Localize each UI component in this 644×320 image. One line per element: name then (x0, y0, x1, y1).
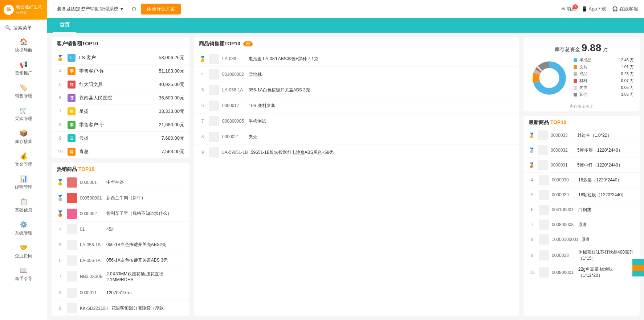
headset-icon: 🎧 (612, 6, 618, 12)
sidebar-item-operations[interactable]: 📊 经营管理 (0, 171, 47, 194)
list-item: 7 000800005 手机测试 (194, 114, 519, 129)
customer-name: LS 客户 (79, 54, 155, 61)
tab-home[interactable]: 首页 (53, 18, 76, 33)
inventory-amount: 9.88 (582, 42, 602, 53)
system-icon: ⚙️ (20, 221, 28, 229)
legend-value: 12.45 万 (619, 57, 634, 63)
legend-value: 0.25 万 (621, 71, 634, 77)
product-name: 12070519-xs (106, 290, 184, 295)
legend-color (574, 65, 577, 69)
rank-number: 7 (57, 274, 64, 279)
customer-ranking-card: 客户销售额TOP10 🏅 L LS 客户 53,006.26元 4 零 零售客户… (52, 37, 189, 158)
newest-products-title: 最新商品 (529, 119, 549, 125)
table-row: 10 肖 肖总 7,563.00元 (52, 145, 189, 158)
inventory-card: 库存总资金 9.88 万 (523, 37, 640, 111)
product-name: 056-1A白色按键开关盖ABS 3壳 (249, 87, 514, 93)
avatar: 零 (68, 67, 76, 75)
product-name: 18颗粒板（1220*2440） (578, 192, 635, 198)
product-thumbnail (67, 240, 77, 250)
rank-number: 9 (199, 150, 206, 155)
legend-label: 文具 (579, 64, 619, 70)
legend-item: 材料 0.07 万 (574, 78, 634, 83)
customer-ranking-list: 🏅 L LS 客户 53,006.26元 4 零 零售客户·许 51,183.0… (52, 51, 189, 158)
list-item: 8 0000021 夹壳 (194, 129, 519, 145)
customer-amount: 7,680.00元 (161, 135, 184, 141)
sidebar-item-marketing[interactable]: 📢 营销推广 (0, 57, 47, 80)
product-name: 雪地靴 (249, 71, 514, 78)
float-btn-live[interactable]: 直播 (632, 271, 644, 276)
sidebar-item-shortcuts[interactable]: 🏠 快捷导航 (0, 34, 47, 57)
sidebar-item-basics[interactable]: 📋 基础信息 (0, 194, 47, 217)
product-code: NB2.0X30B (80, 274, 103, 279)
avatar: 云 (68, 134, 76, 142)
customer-amount: 53,006.26元 (159, 54, 184, 61)
product-name: 59651-1B旋转投影灯电池盒ABS黑色+58壳 (251, 149, 514, 156)
product-thumbnail (538, 145, 548, 155)
list-item: 9 LA-59651-1B 59651-1B旋转投影灯电池盒ABS黑色+58壳 (194, 145, 519, 160)
product-thumbnail (209, 132, 219, 142)
sidebar-item-purchase[interactable]: 🛒 采购管理 (0, 103, 47, 126)
customer-name: 零售客户·于 (79, 122, 155, 128)
sidebar-item-finance[interactable]: 💰 资金管理 (0, 148, 47, 171)
float-btn-service[interactable]: 客服热线 (632, 259, 644, 265)
sidebar: 畅 畅捷通好生意 标准版 🔍 搜索菜单 🏠 快捷导航 📢 营销推广 🏷️ 销售管… (0, 0, 47, 320)
legend-value: 1.01 万 (621, 64, 634, 70)
product-name: 45# (106, 227, 184, 232)
rank-number: 10 (57, 149, 64, 154)
customer-amount: 7,563.00元 (161, 148, 184, 155)
table-row: 🏅 L LS 客户 53,006.26元 (52, 51, 189, 65)
product-code: LA-089 (222, 56, 246, 61)
list-item: 5 LA-056-1A 056-1A白色按键开关盖ABS 3壳 (194, 82, 519, 98)
online-service-link[interactable]: 🎧 在线客服 (612, 6, 638, 12)
product-sales-card: 商品销售额TOP10 22 🥇 LA-089 电池盖 LA-089 ABS本色+… (194, 37, 519, 316)
rank-number: 8 (529, 237, 536, 242)
rank-number: 8 (199, 134, 206, 139)
product-thumbnail (209, 116, 219, 126)
search-menu[interactable]: 🔍 搜索菜单 (0, 22, 47, 34)
list-item: 🥈 0000032 5厘多层（1220*2440） (523, 143, 640, 158)
avatar: L (68, 54, 76, 62)
customer-name: 星扬 (79, 108, 155, 115)
product-name: 10S 变料罗孝 (249, 103, 514, 109)
rank-number: 4 (529, 177, 536, 182)
product-name: 056-1B白色按键开关壳ABS2壳 (106, 242, 184, 248)
table-row: 6 苍 苍南县人民医院 36,600.00元 (52, 91, 189, 105)
sidebar-item-inventory[interactable]: 📦 库存核算 (0, 126, 47, 148)
message-badge[interactable]: ✉ 消息 6 (561, 6, 576, 12)
float-btn-community[interactable]: 服务社区 (632, 265, 644, 271)
trial-button[interactable]: 体验行业方案 (141, 4, 181, 15)
sidebar-item-guide[interactable]: 📖 新手引导 (0, 263, 47, 286)
product-thumbnail (539, 175, 549, 185)
finance-icon: 💰 (20, 152, 28, 160)
rank-number: 6 (57, 258, 64, 263)
table-row: 8 零 零售客户·于 21,680.00元 (52, 118, 189, 132)
rank-number: 4 (57, 227, 64, 232)
sidebar-item-collaboration[interactable]: 🤝 企业协同 (0, 240, 47, 263)
list-item: 🥇 LA-089 电池盖 LA-089 ABS本色+黑种 7.1克 (194, 51, 519, 67)
product-name: 18多层（1220*2440） (578, 177, 635, 183)
legend-label: 成品 (579, 71, 619, 77)
list-item: 4 01 45# (52, 222, 189, 237)
system-selector[interactable]: 装备及固定资产辅助管理系统 ▾ (53, 4, 127, 14)
legend-color (574, 72, 577, 76)
mid-column: 商品销售额TOP10 22 🥇 LA-089 电池盖 LA-089 ABS本色+… (194, 37, 519, 316)
hot-products-header: 热销商品 TOP10 (52, 163, 189, 175)
product-code: 000800008 (552, 222, 575, 227)
rank-number: 7 (57, 109, 64, 114)
rank-number: 8 (57, 122, 64, 127)
product-code: 0000017 (222, 103, 246, 108)
sidebar-item-sales[interactable]: 🏷️ 销售管理 (0, 80, 47, 103)
medal-icon: 🥉 (529, 162, 535, 168)
list-item: 🥇 0000001 中华神器 (52, 175, 189, 190)
product-thumbnail (67, 303, 77, 313)
list-item: 10 003800001 22g鱼豆腐·烧烤味（1*12*20） (523, 264, 640, 281)
sidebar-item-system[interactable]: ⚙️ 系统管理 (0, 217, 47, 240)
legend-color (574, 86, 577, 90)
legend-label: 其他 (579, 92, 617, 97)
app-download-link[interactable]: 📱 App下载 (582, 6, 606, 12)
product-name: 中华神器 (106, 179, 184, 185)
rank-number: 9 (57, 136, 64, 141)
settings-icon[interactable]: ⚙ (131, 5, 136, 12)
product-thumbnail (539, 267, 549, 278)
rank-number: 9 (57, 306, 64, 311)
